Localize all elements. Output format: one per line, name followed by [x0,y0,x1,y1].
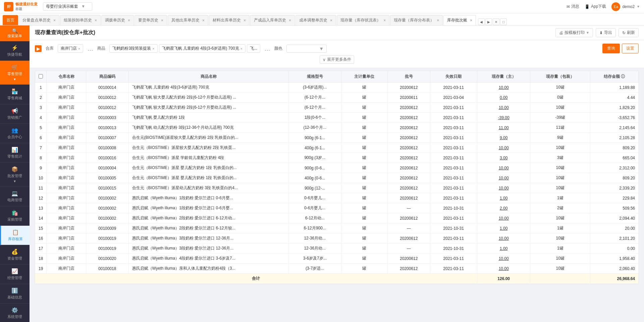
product-more[interactable]: … [264,46,270,52]
cell-amount: 2,339.20 [590,183,639,193]
tab-nav-left[interactable]: ◀ [478,18,485,25]
cell-batch: 20200612 [387,183,430,193]
tab-cailiao[interactable]: 材料出库单历史 × [209,15,250,25]
query-btn[interactable]: 查询 [602,44,620,53]
table-row: 18 南岸门店 00100020 惠氏启赋（Wyeth illuma）4段奶粉 … [35,254,639,264]
tab-close-all[interactable]: ✕ [493,18,499,25]
warehouse-tag-close[interactable]: × [78,47,80,51]
tab-fenpan-close[interactable]: × [53,18,56,23]
tab-close2[interactable]: × [128,18,130,23]
sidebar-item-system[interactable]: ⚙️ 系统管理 [0,304,30,322]
top-bar: 好 畅捷通好生意 标题 母婴行业演示账套 ▼ ✉ 消息 📱 App下载 Ea d… [0,0,644,13]
cell-qty-main: -39.00 [477,113,530,123]
filter-expand-btn[interactable]: ▶ [35,45,42,52]
warehouse-more[interactable]: … [87,46,93,52]
cell-warehouse: 南岸门店 [47,203,86,213]
cell-qty-pkg: 10罐 [530,143,590,153]
tab-chanpin[interactable]: 产成品入库单历史 × [250,15,295,25]
tab-close7[interactable]: × [330,18,332,23]
sidebar-search[interactable]: 🔍 搜索菜单 [0,25,30,41]
cell-spec: 900g (12-... [288,183,341,193]
cell-unit: 罐 [341,143,387,153]
export-icon: ⬇ [599,31,603,35]
sidebar-item-operation[interactable]: 📈 经营管理 [0,265,30,284]
expand-conditions-btn[interactable]: ∨ 展开更多条件 [320,55,354,64]
settings-btn[interactable]: 设置 [622,44,639,53]
cell-unit: 罐 [341,183,387,193]
row-index: 11 [35,183,47,193]
cell-expire: 2021-10-31 [430,203,477,213]
tab-xiancunl1[interactable]: 现存量（库存状况表） × [337,15,389,25]
cell-qty-main: 10.00 [477,233,530,244]
cell-warehouse: 南岸门店 [47,133,86,143]
sidebar-item-wholesale[interactable]: 📦 批发管理 ▼ [0,163,30,187]
message-btn[interactable]: ✉ 消息 [567,4,579,9]
tab-close5[interactable]: × [244,18,246,23]
tab-close8[interactable]: × [383,18,386,23]
sidebar-item-retail[interactable]: 🛒 零售管理 ▼ [0,61,30,85]
select-all-checkbox[interactable] [39,74,43,78]
warehouse-tag[interactable]: 南岸门店 × [58,44,83,53]
table-container[interactable]: 仓库名称 商品编码 商品名称 规格型号 主计量单位 批号 失效日期 现存量（主）… [30,68,644,322]
tab-chuku[interactable]: 其他出库单历史 × [168,15,208,25]
tab-chengben[interactable]: 成本调整单历史 × [296,15,336,25]
print-btn[interactable]: 🖨 按模板打印 ▼ [555,28,593,37]
tab-nav-right[interactable]: ▶ [485,18,492,25]
cell-name: 惠氏启赋（Wyeth illuma）3段奶粉 爱尔兰进口 12-36月... [128,244,288,254]
tab-kucun-active[interactable]: 库存批次账 × [443,15,476,25]
app-download-btn[interactable]: 📱 App下载 [585,4,606,9]
table-row: 4 南岸门店 00100003 飞鹤星飞帆 婴儿配方奶粉 1段 1段(0-6个.… [35,113,639,123]
tab-close10[interactable]: × [470,18,472,23]
quick-nav-icon: ⚡ [11,45,18,51]
cell-spec: 0-6月婴儿... [288,203,341,213]
sidebar-item-ecom[interactable]: 💻 电商管理 [0,187,30,206]
tab-close4[interactable]: × [202,18,205,23]
tab-close3[interactable]: × [161,18,163,23]
tab-diaopo[interactable]: 调拨单历史 × [101,15,134,25]
tab-nav-btns: ◀ ▶ ✕ □ [478,18,507,25]
ecom-icon: 💻 [11,190,18,197]
cell-spec: 12-36月幼... [288,244,341,254]
product-tag-1[interactable]: 飞鹤奶粉3段简装提装 × [109,44,157,53]
sidebar-item-finance[interactable]: 💰 资金管理 [0,245,30,265]
retail-expand-icon: ▼ [13,77,16,81]
tab-yaohuo[interactable]: 要货单历史 × [135,15,167,25]
color-filter-label: 颜色 [274,46,282,51]
cell-unit: 罐 [341,153,387,163]
tab-close[interactable]: × [95,18,97,23]
cell-expire: 2021-03-11 [430,193,477,203]
cell-warehouse: 南岸门店 [47,153,86,163]
tab-maximize[interactable]: □ [500,18,507,25]
refresh-btn[interactable]: ↻ 刷新 [619,28,639,37]
color-filter-input[interactable]: ▼ [286,45,327,53]
sidebar-item-basic[interactable]: ℹ️ 基础信息 [0,284,30,304]
tab-xiancunl2[interactable]: 现存量（库存分布表） × [390,15,443,25]
user-area[interactable]: Ea demo2 ▼ [611,2,640,11]
tab-home[interactable]: 首页 [3,15,18,25]
sidebar-item-purchase[interactable]: 🛍️ 采购管理 [0,206,30,226]
sidebar-item-member[interactable]: 👥 会员中心 [0,124,30,143]
product-tag-2[interactable]: 飞鹤星飞帆 儿童奶粉 4段(3-6岁适用) 700克 × [159,44,246,53]
sidebar-item-mall[interactable]: 🏪 零售商城 [0,85,30,104]
cell-batch: 20200612 [387,233,430,244]
product-tag-3[interactable]: 飞... [247,44,260,53]
summary-row: 合计 126.00 26,968.64 [35,274,639,284]
message-icon: ✉ [567,4,570,9]
sidebar-item-quick[interactable]: ⚡ 快捷导航 [0,41,30,61]
industry-selector[interactable]: 母婴行业演示账套 ▼ [43,2,92,11]
tab-fenpan[interactable]: 分量盘点单历史 × [19,15,59,25]
sidebar-item-stats[interactable]: 📊 零售统计 [0,143,30,163]
tab-zuchuan[interactable]: 组装拆卸单历史 × [60,15,101,25]
product-tag1-close[interactable]: × [152,47,154,51]
sidebar-item-inventory[interactable]: 📋 库存核算 [0,226,30,245]
table-body: 1 南岸门店 00100014 飞鹤星飞帆 儿童奶粉 4段(3-6岁适用) 70… [35,83,639,274]
product-tag2-close[interactable]: × [240,47,243,51]
cell-code: 00100014 [86,83,128,93]
cell-batch: 20200612 [387,213,430,223]
cell-unit: 罐 [341,93,387,103]
tab-close6[interactable]: × [289,18,291,23]
tab-close9[interactable]: × [437,18,439,23]
sidebar-item-marketing[interactable]: 📢 营销推广 [0,104,30,124]
member-icon: 👥 [11,127,18,133]
export-btn[interactable]: ⬇ 导出 [596,28,616,37]
